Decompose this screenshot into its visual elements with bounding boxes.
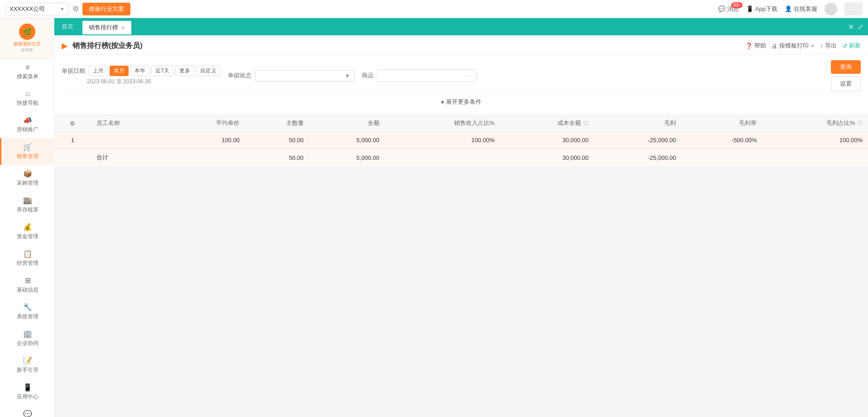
th-gross-pct: 毛利占比% ⓘ — [762, 115, 868, 132]
cell-qty: 50.00 — [245, 132, 309, 149]
th-settings[interactable]: ⚙ — [54, 115, 91, 132]
sidebar-logo: 🌿 畅康通好生意 标准版 — [0, 18, 54, 59]
basic-icon: ⊞ — [25, 276, 31, 285]
footer-qty: 50.00 — [245, 149, 309, 167]
sidebar-item-sales[interactable]: 🛒 销售管理 — [0, 138, 54, 165]
appcenter-icon: 📱 — [23, 383, 32, 392]
app-download-label: App下载 — [755, 5, 777, 13]
cell-gross-pct: 100.00% — [762, 132, 868, 149]
date-btn-7days[interactable]: 近7天 — [151, 66, 173, 76]
cell-gross: -25,000.00 — [594, 132, 681, 149]
expand-conditions-button[interactable]: ▾ 展开更多条件 — [62, 95, 861, 109]
user-avatar[interactable] — [825, 3, 837, 15]
refresh-button[interactable]: ↺ 刷新 — [842, 42, 861, 50]
tab-expand-icon[interactable]: ⤢ — [858, 23, 863, 31]
home-icon: ⌂ — [25, 90, 30, 98]
export-label: 导出 — [825, 42, 837, 50]
topbar-settings-icon[interactable]: ⚙ — [72, 5, 79, 13]
date-btn-custom[interactable]: 自定义 — [196, 66, 221, 76]
sidebar-item-operation[interactable]: 📋 经营管理 — [0, 245, 54, 272]
export-icon: ↑ — [820, 43, 824, 49]
sidebar-item-label: 搜索菜单 — [17, 73, 38, 81]
th-settings-icon: ⚙ — [70, 120, 75, 127]
message-badge: 99+ — [731, 2, 743, 8]
date-btn-more[interactable]: 更多 — [175, 66, 194, 76]
sidebar-item-enterprise[interactable]: 🏢 企业协同 — [0, 325, 54, 352]
sidebar-item-shortcut[interactable]: ⌂ 快捷导航 — [0, 85, 54, 111]
th-amount: 全额 — [309, 115, 385, 132]
date-btn-this-year[interactable]: 本年 — [130, 66, 149, 76]
user-name-area[interactable] — [844, 3, 863, 15]
page-content: ▶ 销售排行榜(按业务员) ❓ 帮助 🖨 按模板打印 ▼ — [54, 35, 868, 417]
sidebar-item-label: 系统管理 — [17, 313, 38, 321]
template-print-label: 按模板打印 — [779, 42, 809, 50]
trial-button[interactable]: 体验行业方案 — [82, 3, 130, 15]
settings-button[interactable]: 设置 — [831, 77, 861, 91]
cell-sales-pct: 100.00% — [385, 132, 500, 149]
purchase-icon: 📦 — [23, 169, 32, 178]
status-select[interactable]: ▼ — [255, 70, 355, 81]
content-area: 首页 销售排行榜 ✕ ✕ ⤢ ▶ 销售排行榜(按业务员) — [54, 18, 868, 417]
sidebar-item-label: 经营管理 — [17, 259, 38, 267]
sidebar-item-label: 新手引导 — [17, 366, 38, 374]
sidebar-item-label: 基础信息 — [17, 286, 38, 294]
th-qty: 主数量 — [245, 115, 309, 132]
tab-close-icon[interactable]: ✕ — [121, 25, 125, 31]
date-range-display: 2023-06-01 至 2023-06-30 — [87, 78, 151, 86]
sidebar-item-marketing[interactable]: 📣 营销推广 — [0, 111, 54, 138]
sidebar-item-inventory[interactable]: 🏬 库存核算 — [0, 192, 54, 218]
top-bar-left: XXXXXX公司 ▼ ⚙ 体验行业方案 — [5, 3, 130, 15]
gross-pct-info-icon[interactable]: ⓘ — [858, 120, 863, 126]
th-cost: 成本全额 ⓘ — [500, 115, 594, 132]
footer-amount: 5,000.00 — [309, 149, 385, 167]
page-header-actions: ❓ 帮助 🖨 按模板打印 ▼ ↑ 导出 — [745, 42, 861, 50]
sidebar-item-purchase[interactable]: 📦 采购管理 — [0, 165, 54, 192]
table-row: 1 100.00 50.00 5,000.00 100.00% 30,000.0… — [54, 132, 868, 149]
print-dropdown-icon: ▼ — [810, 43, 815, 48]
expand-label: 展开更多条件 — [446, 98, 481, 106]
print-icon: 🖨 — [772, 43, 777, 49]
filter-area: 单据日期 上月 本月 本年 近7天 更多 自定义 — [54, 55, 868, 115]
help-button[interactable]: ❓ 帮助 — [745, 42, 766, 50]
tab-home[interactable]: 首页 — [54, 18, 81, 35]
search-menu-icon: ≡ — [25, 63, 29, 72]
help-icon: ❓ — [745, 43, 753, 49]
wechat-icon: 💬 — [23, 410, 32, 417]
cell-cost: 30,000.00 — [500, 132, 594, 149]
query-button[interactable]: 查询 — [831, 60, 861, 74]
date-btn-last-month[interactable]: 上月 — [89, 66, 108, 76]
table-wrapper: ⚙ 员工名称 平均单价 主数量 全额 销售收入占比% 成本全额 — [54, 115, 868, 167]
filter-row: 单据日期 上月 本月 本年 近7天 更多 自定义 — [62, 60, 861, 91]
tab-sales-ranking[interactable]: 销售排行榜 ✕ — [82, 21, 131, 34]
company-selector[interactable]: XXXXXX公司 ▼ — [5, 3, 69, 15]
expand-down-icon: ▾ — [441, 99, 444, 105]
app-download-button[interactable]: 📱 App下载 — [746, 5, 777, 13]
sidebar-item-search[interactable]: ≡ 搜索菜单 — [0, 59, 54, 85]
sidebar-item-appcenter[interactable]: 📱 应用中心 — [0, 379, 54, 405]
template-print-button[interactable]: 🖨 按模板打印 ▼ — [772, 42, 815, 50]
sidebar-item-basic[interactable]: ⊞ 基础信息 — [0, 272, 54, 298]
date-btn-this-month[interactable]: 本月 — [110, 66, 129, 76]
sidebar-item-label: 快捷导航 — [17, 99, 38, 107]
online-service-button[interactable]: 👤 在线客服 — [785, 5, 817, 13]
sidebar-item-wechat[interactable]: 💬 企业微信 — [0, 405, 54, 417]
goods-input[interactable]: ··· — [377, 69, 477, 82]
tab-bar: 首页 销售排行榜 ✕ ✕ ⤢ — [54, 18, 868, 35]
help-label: 帮助 — [754, 42, 766, 50]
date-label: 单据日期 — [62, 67, 85, 75]
sidebar-item-finance[interactable]: 💰 资金管理 — [0, 218, 54, 245]
cost-info-icon[interactable]: ⓘ — [584, 120, 589, 126]
export-button[interactable]: ↑ 导出 — [820, 42, 837, 50]
th-gross-rate: 毛利率 — [681, 115, 762, 132]
message-icon: 💬 — [718, 5, 725, 12]
sidebar: 🌿 畅康通好生意 标准版 ≡ 搜索菜单 ⌂ 快捷导航 📣 营销推广 🛒 销售管理 — [0, 18, 54, 417]
expand-icon[interactable]: ▶ — [62, 41, 68, 51]
tab-close-all-icon[interactable]: ✕ — [848, 23, 854, 31]
app-icon: 📱 — [746, 5, 753, 12]
sidebar-logo-icon: 🌿 — [19, 24, 35, 40]
cell-rank: 1 — [54, 132, 91, 149]
message-button[interactable]: 💬 消息 99+ — [718, 5, 739, 13]
sidebar-item-system[interactable]: 🔧 系统管理 — [0, 298, 54, 325]
sidebar-item-guide[interactable]: 📝 新手引导 — [0, 352, 54, 379]
sidebar-logo-text: 畅康通好生意 — [14, 41, 41, 47]
